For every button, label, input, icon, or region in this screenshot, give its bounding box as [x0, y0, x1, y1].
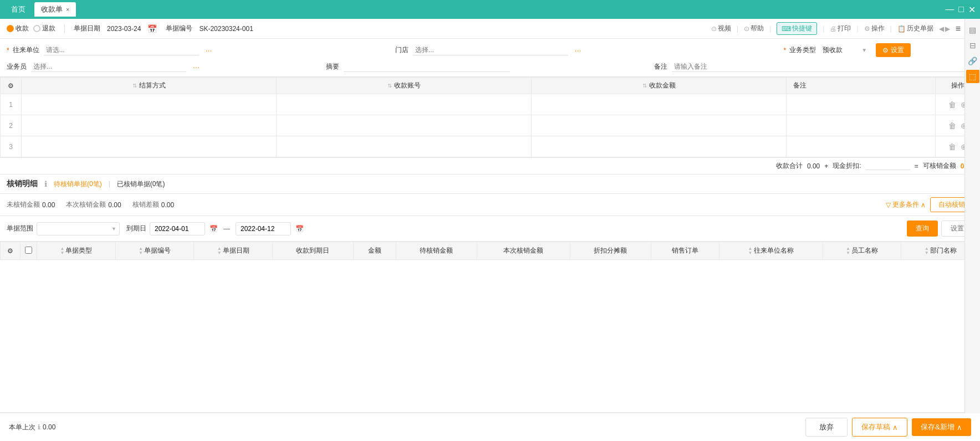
abandon-btn[interactable]: 放弃 — [805, 418, 848, 437]
settings-btn[interactable]: ⚙ 设置 — [876, 43, 911, 57]
sort-doc-no-icon: ▲▼ — [139, 247, 143, 255]
prev-label: 本单上次 — [9, 423, 35, 432]
bt-required: * — [784, 47, 787, 54]
toolbar-divider — [64, 24, 65, 34]
completed-tab[interactable]: 已核销单据(0笔) — [117, 180, 165, 189]
sum-plus: + — [824, 162, 828, 170]
select-all-checkbox[interactable] — [25, 247, 32, 254]
row-num-3: 3 — [1, 136, 22, 157]
vth-due-date: 收款到期日 — [273, 242, 354, 260]
doc-date-label: 单据日期 — [74, 24, 100, 33]
unverified-label: 未核销金额 — [7, 200, 40, 209]
discount-input[interactable] — [866, 162, 910, 170]
table-gear-icon[interactable]: ⚙ — [8, 82, 14, 90]
radio-receive-label: 收款 — [16, 24, 29, 33]
store-input[interactable] — [413, 45, 568, 55]
row-amount-3[interactable] — [532, 136, 787, 157]
print-btn[interactable]: 🖨 打印 — [830, 24, 851, 33]
counterpart-more-btn[interactable]: ··· — [203, 46, 215, 55]
payment-table: ⚙ ⇅结算方式 ⇅收款账号 ⇅收款金额 备注 操作 — [0, 77, 980, 157]
more-conditions-label: 更多条件 — [892, 200, 919, 209]
sum-row: 收款合计 0.00 + 现金折扣: = 可核销金额 0.00 — [0, 158, 980, 175]
due-date-from-input[interactable] — [150, 222, 205, 235]
date-dash: — — [223, 225, 230, 233]
vth-settings[interactable]: ⚙ — [1, 242, 21, 260]
window-minimize-btn[interactable]: — — [945, 4, 954, 14]
row-account-2[interactable] — [277, 115, 532, 136]
nav-prev-btn[interactable]: ◀ — [939, 25, 944, 33]
help-btn[interactable]: ⊙ 帮助 — [744, 24, 764, 33]
store-field: 门店 ··· — [386, 45, 784, 55]
doc-no-label: 单据编号 — [166, 24, 192, 33]
layout-list-btn[interactable]: ≡ — [956, 24, 961, 34]
tab-close-icon[interactable]: × — [66, 6, 69, 13]
discount-label: 现金折扣: — [833, 161, 861, 171]
salesperson-more-btn[interactable]: ··· — [191, 63, 202, 71]
tab-home[interactable]: 首页 — [4, 2, 32, 17]
row-amount-1[interactable] — [532, 94, 787, 115]
sort-doc-type-icon: ▲▼ — [60, 247, 64, 255]
sidebar-icon-4[interactable]: ⬚ — [966, 70, 979, 83]
row-account-1[interactable] — [277, 94, 532, 115]
tab-active[interactable]: 收款单 × — [34, 2, 76, 17]
row-settlement-2[interactable] — [22, 115, 277, 136]
nav-next-btn[interactable]: ▶ — [945, 25, 950, 33]
salesperson-input[interactable] — [31, 61, 186, 72]
prev-info: 本单上次 ℹ 0.00 — [9, 423, 55, 432]
row-delete-icon-1[interactable]: 🗑 — [948, 100, 956, 109]
row-delete-icon-2[interactable]: 🗑 — [948, 121, 956, 130]
row-remark-3[interactable] — [787, 136, 936, 157]
radio-receive[interactable]: 收款 — [7, 24, 29, 33]
more-conditions-btn[interactable]: ▽ 更多条件 ∧ — [886, 200, 926, 209]
window-close-btn[interactable]: ✕ — [968, 4, 976, 15]
save-new-btn[interactable]: 保存&新增 ∧ — [912, 418, 971, 436]
verify-info-icon[interactable]: ℹ — [44, 180, 47, 188]
sidebar-icon-1[interactable]: ▤ — [966, 23, 979, 37]
sidebar-icon-3[interactable]: 🔗 — [966, 54, 979, 68]
row-delete-icon-3[interactable]: 🗑 — [948, 142, 956, 151]
doc-range-select[interactable] — [37, 222, 120, 235]
radio-refund[interactable]: 退款 — [33, 24, 55, 33]
shortcut-btn[interactable]: ⌨ 快捷键 — [777, 22, 817, 35]
calendar-icon[interactable]: 📅 — [147, 24, 157, 33]
vth-pending: 待核销金额 — [396, 242, 477, 260]
sidebar-icon-2[interactable]: ⊟ — [966, 39, 979, 52]
counterpart-required: * — [7, 47, 9, 54]
query-btn[interactable]: 查询 — [907, 221, 938, 237]
calendar-to-icon[interactable]: 📅 — [295, 225, 304, 233]
bt-dropdown-icon[interactable]: ▼ — [861, 47, 867, 53]
net-label: 可核销金额 — [923, 161, 956, 171]
row-remark-1[interactable] — [787, 94, 936, 115]
settings-gear-icon: ⚙ — [882, 47, 889, 54]
prev-info-icon[interactable]: ℹ — [38, 423, 40, 431]
settings-label: 设置 — [891, 45, 904, 55]
row-remark-2[interactable] — [787, 115, 936, 136]
remark-input[interactable] — [672, 61, 964, 72]
pending-tab[interactable]: 待核销单据(0笔) — [54, 180, 102, 189]
store-more-btn[interactable]: ··· — [573, 46, 584, 55]
save-draft-label: 保存草稿 — [861, 422, 890, 432]
row-account-3[interactable] — [277, 136, 532, 157]
row-settlement-1[interactable] — [22, 94, 277, 115]
calendar-from-icon[interactable]: 📅 — [210, 225, 218, 233]
save-draft-btn[interactable]: 保存草稿 ∧ — [852, 418, 907, 437]
vth-checkbox — [21, 242, 37, 260]
vth-gear-icon[interactable]: ⚙ — [7, 247, 13, 255]
window-maximize-btn[interactable]: □ — [958, 4, 964, 14]
row-amount-2[interactable] — [532, 115, 787, 136]
summary-label: 摘要 — [326, 62, 339, 71]
current-value: 0.00 — [108, 201, 121, 209]
sort-icon-settlement: ⇅ — [132, 83, 137, 89]
video-btn[interactable]: ⊙ 视频 — [711, 24, 731, 33]
doc-no-field: 单据编号 SK-20230324-001 — [166, 24, 253, 33]
summary-input[interactable] — [344, 61, 510, 72]
th-settings[interactable]: ⚙ — [1, 78, 22, 94]
row-settlement-3[interactable] — [22, 136, 277, 157]
operation-btn[interactable]: ⚙ 操作 — [864, 24, 885, 33]
counterpart-input[interactable] — [44, 45, 199, 55]
current-label: 本次核销金额 — [66, 200, 106, 209]
unverified-value: 0.00 — [42, 201, 55, 209]
th-amount: ⇅收款金额 — [532, 78, 787, 94]
history-btn[interactable]: 📋 历史单据 — [897, 24, 933, 33]
due-date-to-input[interactable] — [236, 222, 291, 235]
